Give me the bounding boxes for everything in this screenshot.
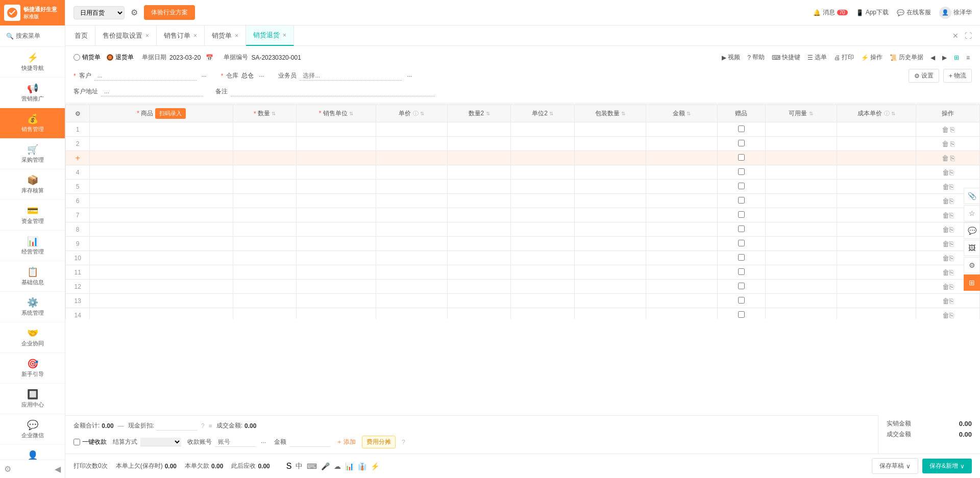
module-select[interactable]: 日用百货	[74, 6, 125, 19]
next-doc-button[interactable]: ▶	[940, 53, 949, 62]
experience-button[interactable]: 体验行业方案	[144, 5, 195, 20]
sidebar-item-purchase[interactable]: 🛒 采购管理	[0, 139, 65, 169]
fee-help-icon[interactable]: ?	[402, 439, 405, 446]
gift-cell-3[interactable]	[718, 151, 765, 165]
tool1-icon[interactable]: 📊	[345, 462, 354, 470]
product-cell-5[interactable]	[90, 180, 233, 194]
sidebar-item-member[interactable]: 👤 畅会员	[0, 445, 65, 460]
th-settings[interactable]: ⚙	[66, 105, 90, 122]
qty2-cell-3[interactable]	[447, 151, 511, 165]
app-download-button[interactable]: 📱 App下载	[856, 8, 889, 17]
product-cell-7[interactable]	[90, 208, 233, 222]
sogou-icon[interactable]: S	[286, 462, 292, 471]
sidebar-item-apps[interactable]: 🔲 应用中心	[0, 384, 65, 414]
one-click-pay-checkbox[interactable]: 一键收款	[74, 438, 107, 446]
copy-row-12-button[interactable]: ⎘	[949, 283, 953, 291]
float-comment-button[interactable]: 💬	[964, 222, 980, 239]
product-cell-2[interactable]	[90, 137, 233, 151]
warehouse-more-button[interactable]: ···	[257, 71, 266, 81]
product-input-3[interactable]	[94, 155, 228, 162]
cost-price-cell-2[interactable]	[837, 137, 916, 151]
one-click-pay-input[interactable]	[74, 439, 80, 445]
table-scroll-area[interactable]: ⚙ * 商品 扫码录入 * 数量	[65, 105, 980, 319]
delete-row-7-button[interactable]: 🗑	[942, 211, 949, 219]
copy-row-14-button[interactable]: ⎘	[949, 311, 953, 319]
tab-sale-price-close[interactable]: ×	[145, 32, 149, 39]
product-cell-6[interactable]	[90, 194, 233, 208]
copy-row-5-button[interactable]: ⎘	[949, 183, 953, 191]
salesperson-input[interactable]	[300, 71, 402, 81]
message-button[interactable]: 🔔 消息 70	[813, 8, 848, 17]
unit2-cell-3[interactable]	[511, 151, 575, 165]
gift-cell-2[interactable]	[718, 137, 765, 151]
delete-row-10-button[interactable]: 🗑	[942, 254, 949, 262]
radio-sale[interactable]: 销货单	[74, 53, 101, 62]
product-cell-11[interactable]	[90, 265, 233, 280]
copy-row-2-button[interactable]: ⎘	[950, 140, 954, 148]
qty2-cell-1[interactable]	[447, 122, 511, 137]
copy-row-9-button[interactable]: ⎘	[949, 240, 953, 248]
input-icon[interactable]: ⌨	[307, 462, 317, 470]
expand-tab-button[interactable]: ⛶	[963, 31, 974, 41]
history-button[interactable]: 📜 历史单据	[888, 52, 925, 63]
account-more-button[interactable]: ···	[259, 438, 268, 447]
delete-row-8-button[interactable]: 🗑	[942, 225, 949, 234]
search-menu-button[interactable]: 🔍 搜索菜单	[4, 30, 61, 42]
cost-price-cell-1[interactable]	[837, 122, 916, 137]
settings-button[interactable]: ⚙ 设置	[909, 69, 939, 83]
sidebar-item-system[interactable]: ⚙️ 系统管理	[0, 292, 65, 322]
copy-row-8-button[interactable]: ⎘	[949, 225, 953, 234]
top-bar-settings-icon[interactable]: ⚙	[129, 6, 140, 19]
cost-price-cell-3[interactable]	[837, 151, 916, 165]
delete-row-5-button[interactable]: 🗑	[942, 183, 949, 191]
radio-return-input[interactable]	[107, 54, 113, 61]
sidebar-item-enterprise[interactable]: 🤝 企业协同	[0, 322, 65, 353]
mic-icon[interactable]: 🎤	[321, 462, 330, 470]
add-row-button[interactable]: +	[75, 154, 80, 163]
account-input[interactable]	[215, 437, 256, 447]
close-tab-button[interactable]: ✕	[950, 31, 961, 41]
salesperson-more-button[interactable]: ···	[405, 71, 414, 81]
qty-cell-3[interactable]	[233, 151, 297, 165]
delete-row-1-button[interactable]: 🗑	[942, 125, 949, 134]
amount-cell-3[interactable]	[646, 151, 718, 165]
unit2-cell-1[interactable]	[511, 122, 575, 137]
delete-row-2-button[interactable]: 🗑	[942, 140, 949, 148]
customer-more-button[interactable]: ···	[200, 71, 209, 81]
product-input-1[interactable]	[94, 126, 228, 133]
tab-sale-return[interactable]: 销货退货 ×	[246, 26, 294, 46]
cloud-icon[interactable]: ☁	[334, 462, 341, 470]
tab-sale-delivery-close[interactable]: ×	[235, 32, 238, 39]
tab-sale-price[interactable]: 售价提取设置 ×	[95, 26, 157, 46]
product-cell-8[interactable]	[90, 222, 233, 237]
unit-price-cell-3[interactable]	[376, 151, 447, 165]
float-form-button[interactable]: ⊞	[964, 274, 980, 291]
float-image-button[interactable]: 🖼	[964, 240, 980, 256]
sidebar-item-marketing[interactable]: 📢 营销推广	[0, 78, 65, 108]
sidebar-item-basic[interactable]: 📋 基础信息	[0, 261, 65, 292]
product-cell-9[interactable]	[90, 237, 233, 251]
sidebar-item-wechat[interactable]: 💬 企业微信	[0, 414, 65, 445]
available-cell-3[interactable]	[765, 151, 837, 165]
list-view-button[interactable]: ≡	[964, 53, 972, 62]
user-profile-button[interactable]: 👤 徐泽华	[939, 7, 972, 19]
sale-unit-cell-1[interactable]	[297, 122, 376, 137]
select-order-button[interactable]: ☰ 选单	[805, 52, 829, 63]
sidebar-item-sales[interactable]: 💰 销售管理	[0, 108, 65, 139]
gift-checkbox-1[interactable]	[738, 125, 745, 132]
gift-checkbox-3[interactable]	[738, 154, 745, 161]
sale-unit-cell-2[interactable]	[297, 137, 376, 151]
online-service-button[interactable]: 💬 在线客服	[897, 8, 931, 17]
tool3-icon[interactable]: ⚡	[371, 462, 379, 470]
delete-row-4-button[interactable]: 🗑	[942, 168, 949, 177]
amount-pay-input[interactable]	[289, 437, 330, 447]
date-picker-button[interactable]: 📅	[204, 53, 215, 62]
sidebar-item-finance[interactable]: 💳 资金管理	[0, 200, 65, 231]
product-cell-3[interactable]	[90, 151, 233, 165]
copy-row-1-button[interactable]: ⎘	[950, 125, 954, 134]
sidebar-item-operation[interactable]: 📊 经营管理	[0, 231, 65, 261]
customer-input[interactable]	[94, 71, 197, 81]
fee-split-button[interactable]: 费用分摊	[362, 436, 396, 448]
gift-checkbox-2[interactable]	[738, 140, 745, 146]
tab-home[interactable]: 首页	[67, 26, 95, 46]
